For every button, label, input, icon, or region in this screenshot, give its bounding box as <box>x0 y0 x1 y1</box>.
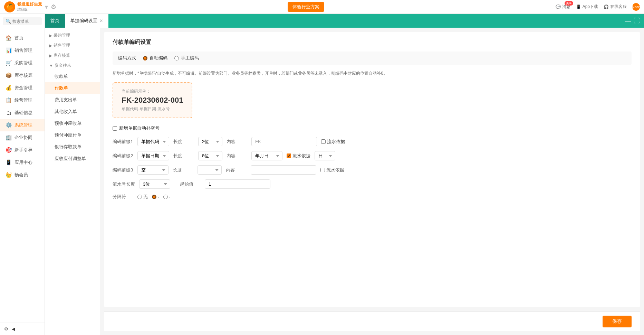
sep-dot-label[interactable]: · <box>152 194 159 199</box>
content2-label: 内容 <box>227 153 247 159</box>
home-icon: 🏠 <box>6 35 12 41</box>
right-panel: 付款单编码设置 编码方式 自动编码 手工编码 新增单据时，*单据编码*自动生成，… <box>100 28 644 335</box>
sidebar-item-guide[interactable]: 🎯 新手引导 <box>0 144 45 156</box>
config-row-2: 编码前缀2 单据日期 长度 8位 内容 年月日 流水依据 <box>113 151 632 160</box>
settings-bottom-icon[interactable]: ⚙ <box>4 326 8 332</box>
sidebar-item-sales[interactable]: 📊 销售管理 <box>0 44 45 57</box>
second-sidebar: ▶ 采购管理 ▶ 销售管理 ▶ 库存核算 ▼ 资金往来 收款单 付款单 <box>45 28 100 335</box>
second-sidebar-group-fund[interactable]: ▼ 资金往来 <box>45 61 100 71</box>
tab-expand-icon[interactable]: ⛶ <box>634 17 640 25</box>
length3-select[interactable] <box>198 165 222 175</box>
collapse-icon[interactable]: ◀ <box>12 326 15 332</box>
logo-icon: 🍊 <box>4 1 15 12</box>
content1-input[interactable] <box>251 137 317 146</box>
start-value-input[interactable] <box>205 179 270 189</box>
separator-label: 分隔符 <box>113 194 133 200</box>
sidebar-item-basic[interactable]: 🗂 基础信息 <box>0 106 45 119</box>
sep-none-radio[interactable] <box>137 195 142 199</box>
tab-bar-right: — ⛶ <box>625 17 644 25</box>
sales-icon: 📊 <box>6 47 12 54</box>
content2-select[interactable]: 年月日 <box>251 151 282 160</box>
stream2-label: 流水依据 <box>292 153 310 159</box>
settings-icon[interactable]: ⚙ <box>51 3 56 11</box>
second-sidebar-item-prepaid-ar[interactable]: 预收冲应收单 <box>45 118 100 129</box>
info-text: 新增单据时，*单据编码*自动生成，不可编辑。前缀设置为部门、业务员等档案类，开单… <box>113 70 632 77</box>
sep-dash-radio[interactable] <box>163 195 168 199</box>
second-sidebar-item-payment[interactable]: 付款单 <box>45 82 100 94</box>
prefix2-select[interactable]: 单据日期 <box>137 151 169 160</box>
second-sidebar-item-receipt[interactable]: 收款单 <box>45 71 100 82</box>
content-area: ▶ 采购管理 ▶ 销售管理 ▶ 库存核算 ▼ 资金往来 收款单 付款单 <box>45 28 644 335</box>
sidebar-item-inventory[interactable]: 📦 库存核算 <box>0 69 45 82</box>
industry-button[interactable]: 体验行业方案 <box>288 2 324 12</box>
sidebar-item-purchase[interactable]: 🛒 采购管理 <box>0 57 45 69</box>
auto-fill-checkbox[interactable] <box>113 126 117 131</box>
search-icon: 🔍 <box>6 19 11 24</box>
second-sidebar-item-adjustment[interactable]: 应收应付调整单 <box>45 153 100 165</box>
stream2-checkbox[interactable] <box>287 153 291 158</box>
length1-select[interactable]: 2位 <box>198 137 222 146</box>
sidebar-nav: 🏠 首页 📊 销售管理 🛒 采购管理 📦 库存核算 💰 资金管理 📋 经营管理 … <box>0 29 45 323</box>
auto-encode-radio[interactable] <box>143 56 147 61</box>
user-item[interactable]: Nare <box>632 3 640 11</box>
save-button[interactable]: 保存 <box>603 316 632 327</box>
sidebar-item-system[interactable]: ⚙️ 系统管理 <box>0 119 45 131</box>
sidebar-bottom: ⚙ ◀ <box>0 323 45 335</box>
sep-dash-label[interactable]: · <box>163 194 171 199</box>
sidebar-item-member[interactable]: 👑 畅会员 <box>0 169 45 181</box>
content3-input[interactable] <box>251 165 316 175</box>
company-icon: 🏢 <box>6 134 12 141</box>
manual-encode-label[interactable]: 手工编码 <box>174 55 199 61</box>
sep-none-label[interactable]: 无 <box>137 194 148 200</box>
prefix3-select[interactable]: 空 <box>137 165 169 175</box>
stream1-checkbox[interactable] <box>321 139 326 144</box>
chevron-down-icon: ▼ <box>49 63 53 68</box>
tab-home[interactable]: 首页 <box>45 14 65 28</box>
prefix3-label: 编码前缀3 <box>113 167 133 173</box>
tab-close-icon[interactable]: ✕ <box>99 18 103 23</box>
tab-encode-settings[interactable]: 单据编码设置 ✕ <box>65 14 108 28</box>
encode-method-label: 编码方式 <box>118 55 136 61</box>
tab-minimize-icon[interactable]: — <box>625 17 631 25</box>
start-value-label: 起始值 <box>180 181 201 187</box>
second-sidebar-group-inventory[interactable]: ▶ 库存核算 <box>45 50 100 61</box>
prefix1-label: 编码前缀1 <box>113 139 133 145</box>
chevron-right-icon-2: ▶ <box>49 43 52 48</box>
sidebar-item-home[interactable]: 🏠 首页 <box>0 32 45 44</box>
second-sidebar-item-bank[interactable]: 银行存取款单 <box>45 141 100 153</box>
sep-dot-char: · <box>158 194 159 199</box>
page-title: 付款单编码设置 <box>113 39 632 46</box>
config-row-3: 编码前缀3 空 长度 内容 流水依据 <box>113 165 632 175</box>
logo-text: 畅通逍好生意 结品版 <box>17 1 42 12</box>
serial-length-select[interactable]: 3位 <box>139 179 170 189</box>
search-input[interactable] <box>12 19 39 24</box>
stream2-option-select[interactable]: 日 <box>315 151 335 160</box>
sidebar-search-inner[interactable]: 🔍 <box>3 17 42 25</box>
sidebar-item-apps[interactable]: 📱 应用中心 <box>0 156 45 169</box>
length2-label: 长度 <box>173 153 194 159</box>
auto-encode-label[interactable]: 自动编码 <box>143 55 167 61</box>
second-sidebar-group-purchase[interactable]: ▶ 采购管理 <box>45 30 100 40</box>
prefix1-select[interactable]: 单据代码 <box>137 137 169 146</box>
dropdown-arrow[interactable]: ▾ <box>45 3 48 11</box>
content3-label: 内容 <box>226 167 247 173</box>
second-sidebar-group-sales[interactable]: ▶ 销售管理 <box>45 40 100 50</box>
sidebar-item-finance[interactable]: 💰 资金管理 <box>0 82 45 94</box>
stream3-checkbox[interactable] <box>320 168 325 172</box>
inventory-icon: 📦 <box>6 72 12 78</box>
second-sidebar-item-expense[interactable]: 费用支出单 <box>45 94 100 106</box>
user-avatar: Nare <box>632 3 640 11</box>
message-item[interactable]: 💬 消息 99+ <box>556 4 570 10</box>
sep-dash-char: · <box>169 194 171 199</box>
sidebar-item-company[interactable]: 🏢 企业协同 <box>0 131 45 144</box>
manual-encode-radio[interactable] <box>174 56 179 61</box>
second-sidebar-item-other-income[interactable]: 其他收入单 <box>45 106 100 118</box>
second-sidebar-item-prepaid-ap[interactable]: 预付冲应付单 <box>45 129 100 141</box>
download-item[interactable]: 📱 App下载 <box>576 4 598 10</box>
service-icon: 🎧 <box>604 4 609 9</box>
service-item[interactable]: 🎧 在线客服 <box>604 4 627 10</box>
sep-dot-radio[interactable] <box>152 195 156 199</box>
length2-select[interactable]: 8位 <box>198 151 222 160</box>
auto-fill-row: 新增单据自动补空号 <box>113 125 632 131</box>
sidebar-item-operation[interactable]: 📋 经营管理 <box>0 94 45 106</box>
